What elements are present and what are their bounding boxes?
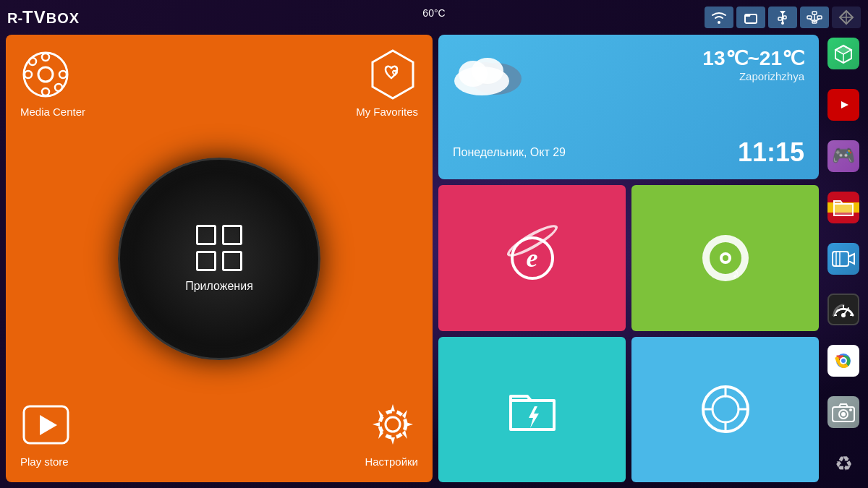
grid-sq-3 — [196, 251, 216, 271]
right-side: 13℃~21℃ Zaporizhzhya Понедельник, Окт 29… — [438, 35, 819, 482]
wifi-icon[interactable] — [705, 7, 733, 28]
svg-point-28 — [380, 411, 406, 437]
status-icons — [705, 7, 861, 28]
weather-city: Zaporizhzhya — [702, 70, 804, 82]
recycle-icon: ♻ — [835, 452, 853, 476]
media-center-label: Media Center — [20, 106, 85, 118]
weather-time: 11:15 — [738, 137, 804, 168]
browser-tile[interactable] — [631, 337, 819, 483]
network-icon[interactable] — [800, 7, 829, 28]
folder-app-button[interactable] — [827, 192, 859, 223]
flag-folder-icon — [833, 198, 854, 217]
settings-icon — [367, 399, 418, 450]
svg-marker-2 — [780, 11, 786, 14]
youtube-icon — [833, 97, 854, 113]
grid-sq-4 — [222, 251, 242, 271]
diamond-icon[interactable] — [832, 7, 861, 28]
temperature-display: 60°C — [422, 7, 445, 19]
right-sidebar: 🎮 — [825, 35, 862, 482]
grid-sq-1 — [196, 225, 216, 245]
speedometer-icon — [831, 299, 856, 320]
grid-sq-2 — [222, 225, 242, 245]
ie-icon: e — [511, 236, 554, 280]
svg-point-19 — [42, 88, 49, 95]
svg-point-58 — [841, 313, 846, 317]
video-app-button[interactable] — [827, 243, 859, 275]
app-logo: R-TVBOX — [7, 7, 80, 27]
svg-point-27 — [386, 417, 400, 432]
cube-icon — [833, 43, 854, 64]
chrome-icon — [832, 349, 855, 372]
media-center-icon — [20, 49, 71, 100]
apps-grid-icon — [196, 225, 242, 271]
my-favorites-icon — [367, 49, 418, 100]
internet-explorer-tile[interactable]: e — [438, 185, 626, 331]
weather-temperature: 13℃~21℃ — [702, 46, 804, 70]
video-icon — [832, 249, 855, 268]
cloud-icon — [453, 46, 525, 103]
file-icon[interactable] — [736, 7, 765, 28]
svg-marker-24 — [373, 51, 413, 98]
svg-rect-53 — [833, 252, 848, 266]
weather-date: Понедельник, Окт 29 — [453, 146, 566, 159]
files-tile[interactable] — [438, 337, 626, 483]
svg-point-70 — [849, 408, 852, 411]
settings-label: Настройки — [365, 455, 418, 468]
svg-point-18 — [42, 53, 49, 61]
media-player-tile[interactable]: ♪ — [631, 185, 819, 331]
svg-point-66 — [841, 359, 846, 363]
content-area: Media Center My Favorites — [0, 35, 868, 488]
folder-lightning-icon — [507, 386, 558, 433]
svg-marker-47 — [835, 46, 851, 54]
cd-icon: ♪ — [700, 233, 751, 283]
chrome-app-button[interactable] — [827, 345, 859, 377]
play-store-icon — [20, 399, 71, 450]
play-store-label: Play store — [20, 455, 69, 468]
svg-rect-9 — [812, 12, 817, 14]
svg-point-21 — [59, 71, 67, 78]
cube-app-button[interactable] — [827, 38, 859, 69]
weather-bottom: Понедельник, Окт 29 11:15 — [453, 137, 804, 168]
svg-point-22 — [29, 58, 36, 65]
svg-marker-54 — [848, 254, 854, 264]
svg-point-20 — [25, 71, 32, 78]
left-panel: Media Center My Favorites — [6, 35, 433, 482]
compass-icon — [701, 385, 750, 434]
usb-icon[interactable] — [768, 7, 797, 28]
weather-info: 13℃~21℃ Zaporizhzhya — [702, 46, 804, 82]
svg-point-37 — [723, 255, 728, 261]
camera-icon — [832, 402, 855, 422]
weather-widget[interactable]: 13℃~21℃ Zaporizhzhya Понедельник, Окт 29… — [438, 35, 819, 179]
svg-rect-7 — [807, 16, 812, 19]
svg-rect-3 — [778, 17, 782, 20]
my-favorites-label: My Favorites — [356, 106, 418, 118]
youtube-app-button[interactable] — [827, 89, 859, 121]
apps-label: Приложения — [185, 280, 253, 293]
svg-text:♪: ♪ — [732, 265, 739, 281]
top-bar: R-TVBOX 60°C — [0, 0, 868, 35]
svg-point-69 — [841, 412, 846, 416]
apps-center-button[interactable]: Приложения — [118, 158, 320, 360]
svg-point-33 — [472, 58, 503, 84]
svg-rect-8 — [817, 16, 822, 19]
app-tiles-grid: e ♪ — [438, 185, 819, 482]
svg-point-41 — [712, 396, 739, 422]
svg-marker-39 — [529, 406, 539, 428]
svg-point-23 — [55, 84, 62, 91]
camera-app-button[interactable] — [827, 396, 859, 428]
svg-marker-26 — [40, 415, 57, 435]
svg-rect-4 — [783, 16, 786, 19]
speedtest-app-button[interactable] — [827, 294, 859, 325]
svg-point-5 — [781, 22, 784, 25]
purple-icon: 🎮 — [832, 145, 855, 167]
weather-top: 13℃~21℃ Zaporizhzhya — [453, 46, 804, 103]
recycle-app-button[interactable]: ♻ — [827, 448, 859, 479]
purple-app-button[interactable]: 🎮 — [827, 140, 859, 172]
svg-point-17 — [38, 67, 53, 82]
